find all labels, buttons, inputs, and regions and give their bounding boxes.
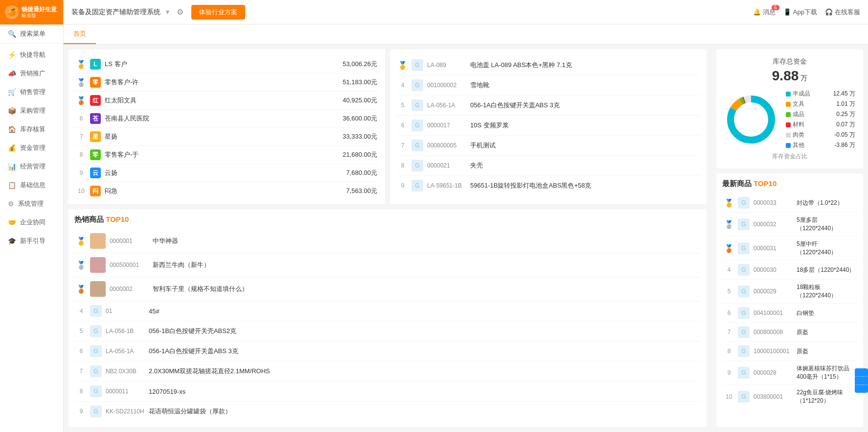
inventory-card: 库存总资金 9.88 万	[716, 49, 863, 168]
sidebar-item-guide[interactable]: 🎓 新手引导	[0, 232, 63, 250]
product-img-placeholder: G	[90, 345, 102, 357]
inventory-ratio-label: 库存资金占比	[724, 152, 855, 161]
product-name-hp6: 056-1A白色按键开关盖ABS 3克	[149, 347, 699, 356]
hot-products-list: 🥇 0000001 中华神器 🥈 000500001 新西兰牛肉（新牛） 🥉	[74, 229, 701, 421]
rank-medal-2: 🥈	[76, 78, 86, 87]
np-img-placeholder: G	[738, 197, 750, 209]
np-name-5: 18颗粒板（1220*2440）	[797, 283, 855, 300]
table-row: 🥇 G LA-089 电池盖 LA-089 ABS本色+黑种 7.1克	[396, 55, 701, 75]
gear-icon[interactable]: ⚙	[177, 7, 183, 17]
product-code-p4: 0000017	[427, 122, 466, 129]
sidebar-item-finance[interactable]: 💰 资金管理	[0, 139, 63, 157]
table-row: 9 G LA-59651-1B 59651-1B旋转投影灯电池盒ABS黑色+58…	[396, 176, 701, 195]
product-name-p6: 夹壳	[470, 161, 699, 170]
customer-amount-8: 7,563.00元	[346, 187, 377, 195]
collab-icon: 🤝	[8, 218, 16, 226]
donut-chart	[724, 93, 778, 146]
table-row: 6 苍 苍南县人民医院 36,600.00元	[74, 110, 379, 128]
product-code-hp9: KK-SD22110H	[106, 408, 145, 415]
customer-amount-6: 21,680.00元	[343, 150, 377, 159]
customer-badge-5: 星	[90, 131, 101, 142]
sidebar-item-sales[interactable]: 🛒 销售管理	[0, 83, 63, 101]
system-icon: ⚙	[8, 200, 14, 208]
product-thumbnail	[90, 233, 106, 249]
new-products-list: 🥇 G 0000033 封边带（1.0*22） 🥈 G 0000032 5厘多层…	[722, 193, 857, 408]
table-row: 🥇 L LS 客户 53,006.26元	[74, 55, 379, 73]
inventory-amount: 9.88 万	[724, 68, 855, 84]
customer-amount-5: 33,333.00元	[343, 132, 377, 141]
customer-name-7: 云扬	[105, 168, 342, 177]
trial-button[interactable]: 体验行业方案	[191, 5, 245, 20]
customer-amount-1: 53,006.26元	[343, 60, 377, 69]
np-code-9: 0000028	[754, 369, 793, 376]
legend-dot	[786, 102, 791, 107]
rank-num-np4: 4	[724, 266, 734, 273]
product-name-hp5: 056-1B白色按键开关壳ABS2克	[149, 327, 699, 336]
phone-icon: 📱	[783, 8, 791, 16]
notifications-button[interactable]: 🔔 消息 6	[753, 8, 776, 17]
product-img-placeholder: G	[411, 180, 423, 192]
legend-dot	[786, 112, 791, 117]
product-img-placeholder: G	[411, 140, 423, 151]
customer-name-1: LS 客户	[105, 60, 339, 69]
sales-icon: 🛒	[8, 88, 16, 96]
rank-medal-1: 🥇	[76, 60, 86, 69]
customer-amount-7: 7,680.00元	[346, 168, 377, 177]
inventory-title: 库存总资金	[724, 57, 855, 66]
purchase-icon: 📦	[8, 107, 16, 115]
sidebar-item-basic-info[interactable]: 📋 基础信息	[0, 176, 63, 194]
np-img-placeholder: G	[738, 367, 750, 379]
legend-item-other: 其他 -3.86 万	[786, 141, 855, 149]
livestream-button[interactable]: 直播	[855, 385, 868, 393]
finance-icon: 💰	[8, 144, 16, 152]
product-name-p3: 056-1A白色按键开关盖ABS 3克	[470, 101, 699, 110]
hot-products-title: 热销商品 TOP10	[74, 215, 701, 224]
float-panel: 客服热线 服务社区 直播	[855, 368, 868, 393]
sidebar-item-purchase[interactable]: 📦 采购管理	[0, 101, 63, 120]
table-row: 🥉 红 红太阳文具 40,925.00元	[74, 92, 379, 110]
rank-num-p3: 5	[398, 102, 408, 109]
product-name-hp4: 45#	[149, 308, 699, 315]
sidebar-item-quick-nav[interactable]: ⚡ 快捷导航	[0, 46, 63, 64]
product-img-placeholder: G	[90, 305, 102, 317]
app-download-button[interactable]: 📱 App下载	[783, 8, 817, 17]
rank-num-6: 8	[76, 151, 86, 158]
list-item: 8 G 0000011 12070519-xs	[74, 382, 701, 402]
sidebar-nav: ⚡ 快捷导航 📣 营销推广 🛒 销售管理 📦 采购管理 🏠 库存核算 💰 资金管…	[0, 44, 63, 432]
rank-num-p5: 7	[398, 142, 408, 149]
product-img-placeholder: G	[411, 99, 423, 111]
sidebar-item-system[interactable]: ⚙ 系统管理	[0, 194, 63, 213]
rank-num-hp9: 9	[76, 408, 86, 415]
product-code-hp5: LA-056-1B	[106, 328, 145, 335]
table-row: 🥈 零 零售客户-许 51,183.00元	[74, 73, 379, 92]
tab-home[interactable]: 首页	[64, 24, 96, 44]
sidebar-search[interactable]: 🔍 搜索菜单	[0, 24, 63, 44]
customer-badge-2: 零	[90, 77, 101, 88]
rank-medal-np1: 🥇	[724, 198, 734, 208]
service-community-button[interactable]: 服务社区	[855, 377, 868, 385]
list-item: 4 G 0000030 18多层（1220*2440）	[722, 261, 857, 280]
table-row: 9 云 云扬 7,680.00元	[74, 164, 379, 182]
product-name-hp1: 中华神器	[153, 237, 699, 245]
dropdown-arrow-icon[interactable]: ▼	[164, 8, 171, 16]
main-area: 装备及固定资产辅助管理系统 ▼ ⚙ 体验行业方案 🔔 消息 6 📱 App下载 …	[64, 0, 868, 432]
online-service-button[interactable]: 🎧 在线客服	[825, 8, 860, 17]
product-name-p5: 手机测试	[470, 141, 699, 150]
sidebar-item-inventory[interactable]: 🏠 库存核算	[0, 120, 63, 139]
sidebar-item-operation[interactable]: 📊 经营管理	[0, 157, 63, 176]
sidebar-item-marketing[interactable]: 📣 营销推广	[0, 64, 63, 83]
legend-item-stationery: 文具 1.01 万	[786, 100, 855, 108]
product-img-placeholder: G	[90, 406, 102, 417]
customer-badge-7: 云	[90, 168, 101, 178]
donut-chart-area: 半成品 12.45 万 文具 1.01 万 成品 0.25 万	[724, 90, 855, 149]
np-img-placeholder: G	[738, 242, 750, 254]
customer-name-3: 红太阳文具	[105, 96, 339, 105]
product-code-p7: LA-59651-1B	[427, 182, 466, 189]
list-item: 🥈 000500001 新西兰牛肉（新牛）	[74, 253, 701, 277]
rank-medal-hp1: 🥇	[76, 237, 86, 246]
rank-num-8: 10	[76, 188, 86, 194]
product-code-hp3: 0000002	[110, 286, 149, 292]
legend-item-finished: 成品 0.25 万	[786, 110, 855, 119]
sidebar-item-collab[interactable]: 🤝 企业协同	[0, 213, 63, 232]
customer-service-hotline-button[interactable]: 客服热线	[855, 368, 868, 377]
